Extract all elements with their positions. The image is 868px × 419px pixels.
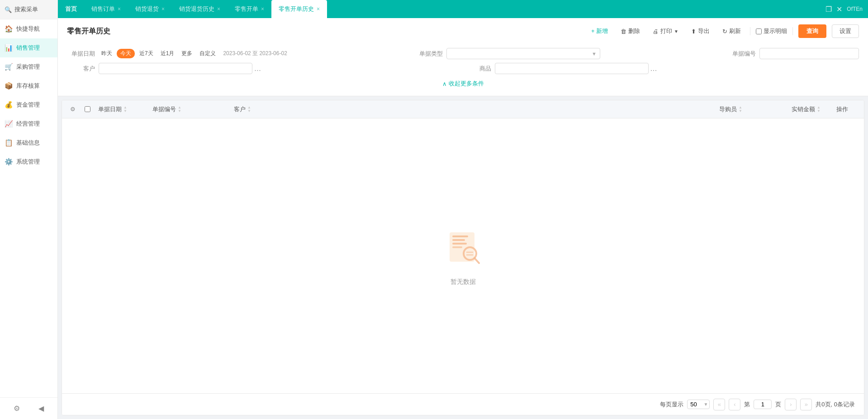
th-ops-label: 操作 — [836, 105, 848, 113]
th-num-sort-icon[interactable]: ▲▼ — [178, 106, 181, 113]
gear-icon: ⚙️ — [5, 158, 13, 166]
collapse-filter-btn[interactable]: ∧ 收起更多条件 — [67, 78, 859, 91]
show-detail-checkbox[interactable]: 显示明细 — [756, 27, 787, 35]
tab-sales-return-label: 销货退货 — [135, 5, 159, 13]
th-ops: 操作 — [824, 105, 860, 113]
date-btn-more[interactable]: 更多 — [179, 49, 195, 58]
date-btn-custom[interactable]: 自定义 — [197, 49, 218, 58]
pagination: 每页显示 10 20 50 100 ▼ « ‹ 第 页 › » 共0页, — [62, 393, 864, 415]
sidebar-item-sys-mgmt[interactable]: ⚙️ 系统管理 — [0, 152, 57, 171]
tab-retail-open[interactable]: 零售开单 × — [228, 0, 271, 18]
tab-retail-history[interactable]: 零售开单历史 × — [271, 0, 327, 18]
goods-dots-btn[interactable]: ... — [649, 64, 659, 73]
th-guide-sort-icon[interactable]: ▲▼ — [739, 106, 742, 113]
home-icon: 🏠 — [5, 25, 13, 33]
tab-home-label: 首页 — [65, 5, 77, 13]
show-detail-input[interactable] — [756, 28, 762, 34]
often-label: OfTEn — [847, 6, 863, 12]
svg-rect-1 — [452, 235, 468, 237]
main-area: 首页 销售订单 × 销货退货 × 销货退货历史 × 零售开单 × 零售开单历史 … — [58, 0, 868, 419]
first-page-button[interactable]: « — [713, 399, 725, 410]
total-info: 共0页, 0条记录 — [816, 400, 855, 409]
setting-button[interactable]: 设置 — [832, 24, 859, 38]
filter-row-customer: 客户 ... 商品 ... — [67, 63, 859, 74]
sidebar-item-label: 系统管理 — [16, 158, 40, 166]
tab-retail-history-label: 零售开单历史 — [279, 5, 314, 13]
next-page-button[interactable]: › — [785, 399, 797, 410]
svg-rect-4 — [452, 246, 462, 248]
tab-sales-order[interactable]: 销售订单 × — [84, 0, 128, 18]
sidebar-item-basic-info[interactable]: 📋 基础信息 — [0, 133, 57, 152]
page-header: 零售开单历史 + 新增 🗑 删除 🖨 打印 ▼ ⬆ 导出 — [58, 18, 868, 96]
customer-filter-input[interactable] — [99, 63, 252, 74]
empty-illustration — [441, 226, 486, 271]
customer-filter-label: 客户 — [67, 65, 99, 73]
date-btn-today[interactable]: 今天 — [117, 49, 135, 58]
sidebar-item-operations[interactable]: 📈 经营管理 — [0, 114, 57, 133]
tab-retail-open-label: 零售开单 — [235, 5, 258, 13]
tab-sales-return-history-close[interactable]: × — [217, 6, 220, 12]
th-num[interactable]: 单据编号 ▲▼ — [149, 105, 230, 113]
svg-rect-2 — [452, 239, 465, 241]
toolbar-divider — [750, 27, 750, 35]
tab-retail-open-close[interactable]: × — [261, 6, 264, 12]
tab-sales-return-close[interactable]: × — [161, 6, 165, 12]
th-amount[interactable]: 实销金额 ▲▼ — [770, 105, 824, 113]
per-page-select-wrapper: 10 20 50 100 ▼ — [687, 400, 710, 409]
th-customer[interactable]: 客户 ▲▼ — [230, 105, 716, 113]
th-guide-label: 导购员 — [719, 105, 737, 113]
delete-icon: 🗑 — [621, 28, 626, 35]
th-date-sort-icon[interactable]: ▲▼ — [123, 106, 127, 113]
clipboard-icon: 📋 — [5, 139, 13, 147]
goods-filter-input[interactable] — [495, 63, 649, 74]
date-btn-7days[interactable]: 近7天 — [137, 49, 156, 58]
th-customer-label: 客户 — [234, 105, 246, 113]
num-filter-input[interactable] — [759, 48, 859, 59]
chart-icon: 📊 — [5, 44, 13, 52]
print-icon: 🖨 — [653, 28, 659, 35]
refresh-button[interactable]: ↻ 刷新 — [719, 25, 745, 37]
th-amount-sort-icon[interactable]: ▲▼ — [817, 106, 821, 113]
th-guide[interactable]: 导购员 ▲▼ — [716, 105, 770, 113]
tab-retail-history-close[interactable]: × — [317, 6, 320, 12]
sidebar-item-sales-mgmt[interactable]: 📊 销售管理 — [0, 38, 57, 57]
print-button[interactable]: 🖨 打印 ▼ — [649, 25, 682, 37]
date-btn-yesterday[interactable]: 昨天 — [99, 49, 115, 58]
page-title: 零售开单历史 — [67, 27, 110, 36]
sidebar-item-purchase-mgmt[interactable]: 🛒 采购管理 — [0, 57, 57, 76]
tab-sales-return-history[interactable]: 销货退货历史 × — [172, 0, 228, 18]
tab-sales-order-close[interactable]: × — [118, 6, 121, 12]
settings-bottom-icon[interactable]: ⚙ — [12, 402, 22, 414]
sidebar-search[interactable]: 🔍 搜索采单 — [0, 0, 57, 19]
delete-button[interactable]: 🗑 删除 — [617, 25, 644, 37]
type-filter-select[interactable] — [446, 48, 600, 59]
window-restore-icon[interactable]: ❐ — [825, 5, 832, 14]
tab-sales-return[interactable]: 销货退货 × — [128, 0, 172, 18]
prev-page-button[interactable]: ‹ — [729, 399, 740, 410]
tab-home[interactable]: 首页 — [58, 0, 84, 18]
column-settings-icon[interactable]: ⚙ — [66, 106, 80, 113]
sidebar-item-inventory[interactable]: 📦 库存核算 — [0, 76, 57, 95]
query-button[interactable]: 查询 — [798, 24, 826, 38]
date-btn-1month[interactable]: 近1月 — [158, 49, 177, 58]
add-button[interactable]: + 新增 — [588, 25, 612, 37]
window-close-icon[interactable]: ✕ — [836, 5, 842, 14]
th-date[interactable]: 单据日期 ▲▼ — [95, 105, 149, 113]
page-title-bar: 零售开单历史 + 新增 🗑 删除 🖨 打印 ▼ ⬆ 导出 — [67, 24, 859, 38]
page-number-input[interactable] — [754, 400, 772, 409]
sidebar-item-label: 快捷导航 — [16, 25, 40, 33]
date-range-display: 2023-06-02 至 2023-06-02 — [223, 50, 287, 57]
per-page-select[interactable]: 10 20 50 100 — [687, 400, 710, 409]
content-area: 零售开单历史 + 新增 🗑 删除 🖨 打印 ▼ ⬆ 导出 — [58, 18, 868, 419]
select-all-input[interactable] — [85, 106, 90, 112]
collapse-sidebar-icon[interactable]: ◀ — [37, 402, 46, 414]
sidebar-item-quick-nav[interactable]: 🏠 快捷导航 — [0, 19, 57, 38]
last-page-button[interactable]: » — [800, 399, 812, 410]
customer-dots-btn[interactable]: ... — [252, 64, 263, 73]
sidebar-item-finance[interactable]: 💰 资金管理 — [0, 95, 57, 114]
select-all-checkbox[interactable] — [80, 106, 95, 112]
trending-icon: 📈 — [5, 120, 13, 128]
th-customer-sort-icon[interactable]: ▲▼ — [247, 106, 251, 113]
export-button[interactable]: ⬆ 导出 — [688, 25, 713, 37]
th-num-label: 单据编号 — [152, 105, 176, 113]
